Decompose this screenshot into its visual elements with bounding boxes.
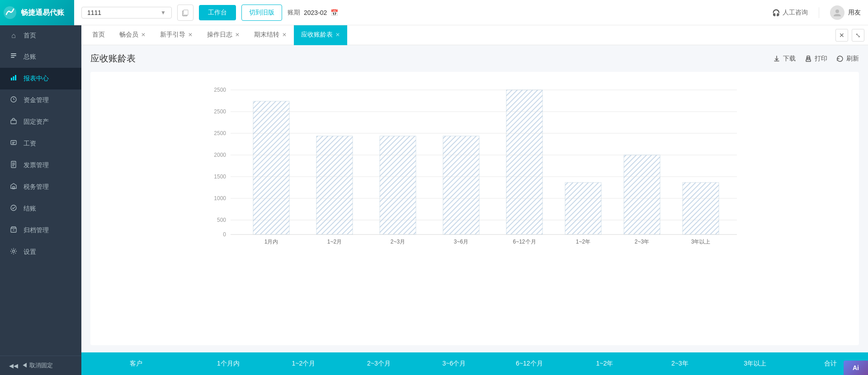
sidebar-label-reports: 报表中心 <box>24 75 49 83</box>
svg-point-17 <box>13 250 15 253</box>
refresh-button[interactable]: 刷新 <box>836 55 859 63</box>
sidebar-label-home: 首页 <box>24 32 36 40</box>
svg-text:2500: 2500 <box>214 130 226 136</box>
copy-button[interactable] <box>177 5 193 21</box>
tab-period-close[interactable]: 期末结转 ✕ <box>247 25 294 45</box>
switch-version-button[interactable]: 切到旧版 <box>241 5 282 21</box>
tab-label-home: 首页 <box>92 31 105 39</box>
period-value: 2023-02 <box>304 9 327 16</box>
tab-close-aging[interactable]: ✕ <box>335 32 340 38</box>
workbench-button[interactable]: 工作台 <box>199 5 236 20</box>
svg-rect-4 <box>11 53 16 54</box>
home-icon: ⌂ <box>9 32 18 40</box>
sidebar-item-closing[interactable]: 结账 <box>0 198 81 220</box>
svg-text:2500: 2500 <box>214 87 226 93</box>
period-label: 账期 <box>288 9 300 17</box>
company-selector[interactable]: 1111 ▼ <box>81 7 172 19</box>
sidebar-label-ledger: 总账 <box>24 53 36 61</box>
archive-icon <box>9 226 18 235</box>
tab-close-all-button[interactable]: ✕ <box>835 29 848 42</box>
svg-text:500: 500 <box>217 217 226 223</box>
print-button[interactable]: 打印 <box>805 55 827 63</box>
reports-icon <box>9 74 18 83</box>
sidebar-pin-toggle[interactable]: ◀◀ ◀ 取消固定 <box>0 356 81 375</box>
invoice-icon <box>9 161 18 170</box>
calendar-icon[interactable]: 📅 <box>330 9 338 16</box>
tab-close-oplog[interactable]: ✕ <box>235 32 240 38</box>
tab-oplog[interactable]: 操作日志 ✕ <box>200 25 247 45</box>
svg-rect-8 <box>13 76 14 80</box>
tab-home[interactable]: 首页 <box>85 25 112 45</box>
tab-aging[interactable]: 应收账龄表 ✕ <box>294 25 347 45</box>
tab-label-aging: 应收账龄表 <box>301 31 333 39</box>
user-menu[interactable]: 用友 <box>830 5 861 20</box>
svg-rect-6 <box>11 57 14 58</box>
col-customer: 客户 <box>81 360 191 368</box>
svg-rect-37 <box>253 101 289 234</box>
tabs-bar: 首页 畅会员 ✕ 新手引导 ✕ 操作日志 ✕ 期末结转 ✕ 应收账龄表 ✕ <box>81 25 868 45</box>
svg-rect-47 <box>565 183 601 234</box>
page-header: 应收账龄表 下载 打印 刷新 <box>90 52 859 65</box>
sidebar-label-funds: 资金管理 <box>24 96 49 104</box>
svg-text:1500: 1500 <box>214 173 226 180</box>
tab-close-period-close[interactable]: ✕ <box>282 32 287 38</box>
col-6-12m: 6~12个月 <box>492 360 567 368</box>
col-2-3y: 2~3年 <box>642 360 717 368</box>
period-area: 账期 2023-02 📅 <box>288 9 338 17</box>
ai-badge[interactable]: Ai <box>844 361 868 375</box>
consult-button[interactable]: 🎧 人工咨询 <box>772 9 808 17</box>
assets-icon <box>9 117 18 127</box>
chart-container: 2500 2500 2500 2000 1500 1000 500 0 <box>90 72 859 345</box>
svg-point-15 <box>11 205 16 211</box>
sidebar-item-assets[interactable]: 固定资产 <box>0 111 81 133</box>
svg-text:0: 0 <box>223 231 226 238</box>
col-3-6m: 3~6个月 <box>416 360 491 368</box>
page-actions: 下载 打印 刷新 <box>773 55 859 63</box>
sidebar-item-funds[interactable]: 资金管理 <box>0 89 81 111</box>
tab-label-period-close: 期末结转 <box>254 31 279 39</box>
tab-guide[interactable]: 新手引导 ✕ <box>153 25 200 45</box>
sidebar-item-salary[interactable]: 工资 <box>0 133 81 155</box>
tab-expand-button[interactable]: ⤡ <box>852 29 864 42</box>
tab-close-guide[interactable]: ✕ <box>188 32 193 38</box>
avatar <box>830 5 844 20</box>
sidebar-label-assets: 固定资产 <box>24 118 49 126</box>
svg-rect-2 <box>184 10 188 15</box>
sidebar-item-settings[interactable]: 设置 <box>0 241 81 263</box>
col-3y-plus: 3年以上 <box>717 360 793 368</box>
sidebar-item-reports[interactable]: 报表中心 <box>0 68 81 89</box>
col-1-2m: 1~2个月 <box>266 360 341 368</box>
sidebar-item-ledger[interactable]: 总账 <box>0 46 81 68</box>
svg-text:1~2年: 1~2年 <box>576 239 590 245</box>
tab-label-guide: 新手引导 <box>160 31 185 39</box>
svg-text:1月内: 1月内 <box>264 239 278 245</box>
sidebar: ⌂ 首页 总账 报表中心 资金管理 <box>0 25 81 375</box>
svg-rect-45 <box>506 90 542 234</box>
sidebar-item-tax[interactable]: 税务管理 <box>0 176 81 198</box>
download-button[interactable]: 下载 <box>773 55 796 63</box>
svg-rect-41 <box>380 136 416 234</box>
closing-icon <box>9 204 18 213</box>
sidebar-item-archive[interactable]: 归档管理 <box>0 220 81 241</box>
svg-rect-11 <box>11 120 16 124</box>
logo: 畅捷通易代账 <box>0 0 74 25</box>
page-title: 应收账龄表 <box>90 52 136 65</box>
svg-text:2~3月: 2~3月 <box>391 239 405 245</box>
chevron-down-icon: ▼ <box>160 9 166 16</box>
sidebar-label-archive: 归档管理 <box>24 226 49 234</box>
svg-rect-49 <box>624 155 660 234</box>
sidebar-item-invoice[interactable]: 发票管理 <box>0 155 81 176</box>
svg-point-0 <box>4 6 16 19</box>
svg-text:2500: 2500 <box>214 108 226 115</box>
tab-member[interactable]: 畅会员 ✕ <box>112 25 153 45</box>
user-name: 用友 <box>848 9 861 17</box>
svg-rect-51 <box>683 183 719 234</box>
sidebar-label-tax: 税务管理 <box>24 183 49 191</box>
table-header: 客户 1个月内 1~2个月 2~3个月 3~6个月 6~12个月 1~2年 2~… <box>81 352 868 375</box>
sidebar-item-home[interactable]: ⌂ 首页 <box>0 25 81 46</box>
col-2-3m: 2~3个月 <box>341 360 416 368</box>
tab-label-oplog: 操作日志 <box>207 31 232 39</box>
tab-close-member[interactable]: ✕ <box>141 32 146 38</box>
svg-rect-5 <box>11 55 16 56</box>
ledger-icon <box>9 52 18 61</box>
